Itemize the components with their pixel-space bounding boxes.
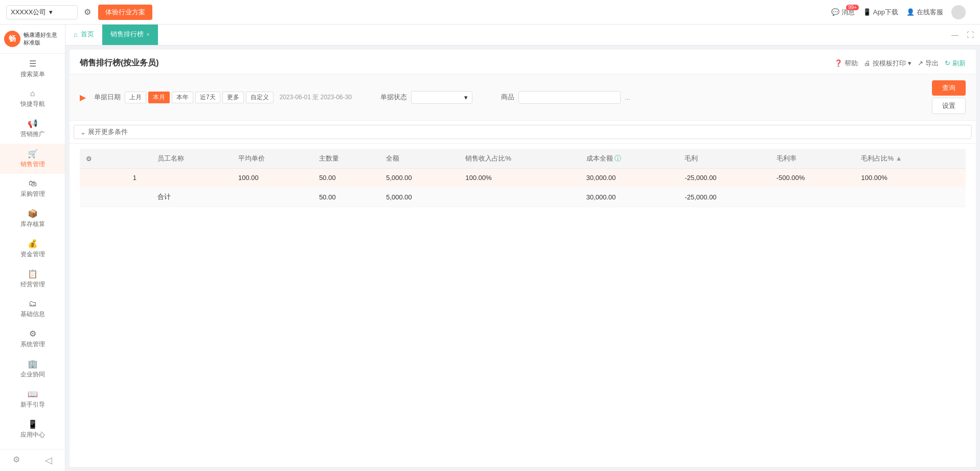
trial-button[interactable]: 体验行业方案	[98, 5, 152, 20]
nav-label-guide: 新手引导	[20, 400, 45, 409]
expand-row: ⌄ 展开更多条件	[70, 121, 976, 144]
footer-quantity: 50.00	[313, 187, 380, 207]
service-icon: 👤	[906, 8, 915, 16]
cost-info-icon[interactable]: ⓘ	[614, 154, 621, 162]
collapse-icon[interactable]: ◁	[45, 455, 52, 466]
app-label: App下载	[873, 8, 898, 17]
sidebar-item-guide[interactable]: 📖 新手引导	[0, 384, 65, 414]
sidebar-item-wechat[interactable]: 💬 企业微信	[0, 444, 65, 449]
col-avg-price: 平均单价	[232, 149, 313, 169]
avatar[interactable]	[951, 5, 966, 19]
footer-cost: 30,000.00	[580, 187, 679, 207]
sidebar-item-basics[interactable]: 🗂 基础信息	[0, 294, 65, 324]
cell-cost-0: 30,000.00	[580, 169, 679, 187]
logo-area: 畅 畅康通好生意 标准版	[0, 25, 65, 54]
nav-icon-apps: 📱	[28, 419, 38, 429]
tab-minimize-icon[interactable]: —	[949, 29, 961, 41]
refresh-button[interactable]: ↻ 刷新	[945, 59, 966, 68]
tab-close-icon[interactable]: ×	[147, 32, 150, 37]
cell-profit-rate-0: -500.00%	[770, 169, 855, 187]
expand-button[interactable]: ⌄ 展开更多条件	[74, 125, 972, 139]
tab-sales-rank-label: 销售排行榜	[110, 30, 144, 39]
print-button[interactable]: 🖨 按模板打印 ▾	[864, 59, 911, 68]
online-service-button[interactable]: 👤 在线客服	[906, 8, 943, 17]
tab-maximize-icon[interactable]: ⛶	[965, 29, 976, 41]
nav-icon-operations: 📋	[28, 269, 38, 279]
sidebar-item-sales[interactable]: 🛒 销售管理	[0, 144, 65, 174]
sidebar-item-finance[interactable]: 💰 资金管理	[0, 234, 65, 264]
date-btn-自定义[interactable]: 自定义	[246, 92, 274, 103]
goods-label: 商品	[501, 93, 514, 102]
tab-sales-rank[interactable]: 销售排行榜 ×	[102, 25, 158, 45]
sidebar-item-purchase[interactable]: 🛍 采购管理	[0, 174, 65, 204]
col-name: 员工名称	[151, 149, 232, 169]
logo-icon: 畅	[4, 31, 20, 47]
footer-settings	[80, 187, 118, 207]
sidebar-item-quick-nav[interactable]: ⌂ 快捷导航	[0, 84, 65, 114]
app-download-button[interactable]: 📱 App下载	[863, 8, 898, 17]
sidebar-bottom: ⚙ ◁	[0, 449, 65, 471]
settings-button[interactable]: 设置	[932, 98, 966, 114]
app-icon: 📱	[863, 8, 871, 16]
home-icon: ⌂	[74, 31, 78, 38]
cell-rank-0: 1	[118, 169, 151, 187]
status-select[interactable]: ▾	[411, 91, 472, 104]
sidebar-item-marketing[interactable]: 📢 营销推广	[0, 114, 65, 144]
nav-label-operations: 经营管理	[20, 280, 45, 289]
tab-actions: — ⛶	[949, 29, 980, 41]
nav-label-sales: 销售管理	[20, 160, 45, 169]
chevron-down-icon: ▾	[49, 8, 53, 16]
sidebar-item-search[interactable]: ☰ 搜索菜单	[0, 54, 65, 84]
table-body: 1 100.00 50.00 5,000.00 100.00% 30,000.0…	[80, 169, 966, 187]
date-btn-上月[interactable]: 上月	[125, 92, 146, 103]
filter-expand-icon[interactable]: ▶	[80, 93, 86, 102]
nav-icon-sales: 🛒	[28, 149, 38, 159]
help-icon: ❓	[834, 59, 842, 67]
footer-sales-pct	[459, 187, 580, 207]
footer-avg-price	[232, 187, 313, 207]
tab-home[interactable]: ⌂ 首页	[65, 25, 102, 45]
settings-bottom-icon[interactable]: ⚙	[13, 455, 20, 466]
more-icon[interactable]: ...	[625, 94, 630, 101]
col-settings[interactable]: ⚙	[80, 149, 118, 169]
goods-input[interactable]	[518, 91, 621, 104]
help-button[interactable]: ❓ 帮助	[834, 59, 858, 68]
date-btn-本年[interactable]: 本年	[172, 92, 193, 103]
sidebar-item-operations[interactable]: 📋 经营管理	[0, 264, 65, 294]
nav-icon-search: ☰	[29, 59, 36, 69]
col-rank	[118, 149, 151, 169]
footer-label: 合计	[151, 187, 232, 207]
table-footer: 合计 50.00 5,000.00 30,000.00 -25,000.00	[80, 187, 966, 207]
nav-icon-finance: 💰	[28, 239, 38, 249]
nav-icon-inventory: 📦	[28, 209, 38, 218]
main-area: 畅 畅康通好生意 标准版 ☰ 搜索菜单⌂ 快捷导航📢 营销推广🛒 销售管理🛍 采…	[0, 25, 980, 471]
nav-icon-purchase: 🛍	[29, 179, 37, 188]
date-btn-本月[interactable]: 本月	[148, 92, 170, 103]
nav-label-search: 搜索菜单	[20, 70, 45, 79]
nav-icon-enterprise: 🏢	[28, 359, 38, 369]
message-button[interactable]: 💬 消息 99+	[831, 8, 855, 17]
query-button[interactable]: 查询	[932, 80, 966, 96]
status-chevron-icon: ▾	[464, 94, 468, 101]
sidebar-item-system[interactable]: ⚙ 系统管理	[0, 324, 65, 354]
print-icon: 🖨	[864, 59, 871, 67]
message-icon: 💬	[831, 8, 839, 16]
col-profit: 毛利	[678, 149, 770, 169]
col-sales-pct: 销售收入占比%	[459, 149, 580, 169]
company-selector[interactable]: XXXXX公司 ▾	[6, 5, 78, 19]
col-quantity: 主数量	[313, 149, 380, 169]
date-btn-更多[interactable]: 更多	[222, 92, 244, 103]
refresh-icon: ↻	[945, 59, 950, 67]
profit-pct-icon[interactable]: ▲	[896, 154, 902, 162]
sidebar-item-enterprise[interactable]: 🏢 企业协同	[0, 354, 65, 384]
settings-icon[interactable]: ⚙	[82, 5, 93, 19]
sidebar-item-inventory[interactable]: 📦 库存核算	[0, 204, 65, 234]
table-header: ⚙ 员工名称 平均单价 主数量 全额 销售收入占比% 成本全额 ⓘ 毛利 毛利率	[80, 149, 966, 169]
top-bar: XXXXX公司 ▾ ⚙ 体验行业方案 💬 消息 99+ 📱 App下载 👤 在线…	[0, 0, 980, 25]
date-btn-近7天[interactable]: 近7天	[195, 92, 220, 103]
sidebar-item-apps[interactable]: 📱 应用中心	[0, 414, 65, 444]
col-amount: 全额	[380, 149, 459, 169]
col-cost: 成本全额 ⓘ	[580, 149, 679, 169]
export-button[interactable]: ↗ 导出	[918, 59, 939, 68]
company-name: XXXXX公司	[11, 8, 46, 17]
